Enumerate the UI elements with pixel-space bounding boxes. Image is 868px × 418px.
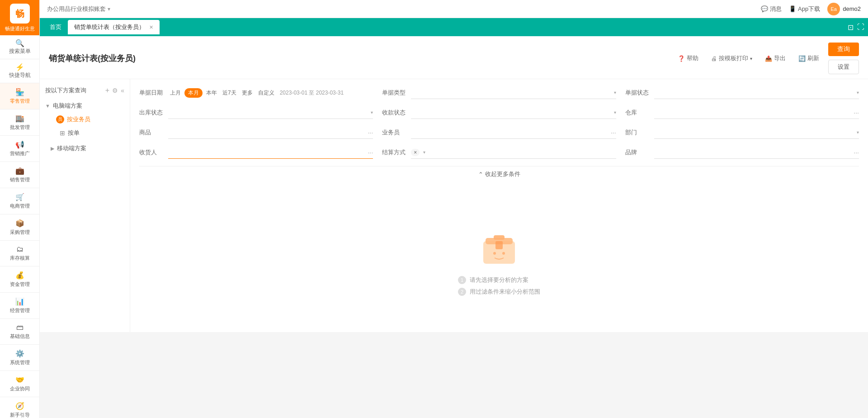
scheme-group-mobile: ▶ 移动端方案 (40, 142, 130, 155)
sidebar-item-wholesale[interactable]: 🏬 批发管理 (0, 109, 39, 136)
tab-home[interactable]: 首页 (43, 20, 68, 34)
tab-sales-stat[interactable]: 销货单统计表（按业务员） ✕ (68, 20, 160, 34)
username: demo2 (843, 5, 861, 12)
sidebar-item-sales[interactable]: 💼 销售管理 (0, 162, 39, 188)
wholesale-icon: 🏬 (15, 114, 24, 123)
scheme-doc-label: 按单 (68, 129, 80, 137)
date-opt-custom[interactable]: 自定义 (256, 88, 276, 98)
doc-status-control[interactable]: ▾ (654, 86, 859, 99)
stock-status-control[interactable]: ▾ (168, 106, 373, 119)
ecom-label: 电商管理 (10, 203, 30, 209)
empty-hint-1: 1 请先选择要分析的方案 (458, 276, 540, 284)
basic-label: 基础信息 (10, 333, 30, 340)
system-label: 系统管理 (10, 359, 30, 366)
goods-ellipsis-icon[interactable]: ··· (368, 129, 373, 136)
sidebar-item-newuser[interactable]: 🧭 新手引导 (0, 397, 39, 418)
date-opt-thismonth[interactable]: 本月 (184, 88, 203, 98)
settlement-control[interactable]: × ▾ (411, 146, 616, 159)
date-opt-7days[interactable]: 近7天 (221, 88, 238, 98)
settlement-clear-tag[interactable]: × (411, 149, 420, 156)
warehouse-control[interactable]: ··· (654, 106, 859, 119)
sales-label: 销售管理 (10, 176, 30, 183)
department-control[interactable]: ▾ (654, 126, 859, 139)
filter-department: 部门 ▾ (625, 126, 859, 139)
sidebar-item-finance[interactable]: 💰 资金管理 (0, 266, 39, 293)
date-opt-lastmonth[interactable]: 上月 (168, 88, 183, 98)
settings-scheme-icon[interactable]: ⚙ (112, 87, 118, 94)
scheme-group-mobile-title[interactable]: ▶ 移动端方案 (40, 142, 130, 155)
marketing-icon: 📢 (15, 140, 24, 149)
collapse-bar[interactable]: ⌃ 收起更多条件 (139, 166, 859, 182)
sidebar-item-ops[interactable]: 📊 经营管理 (0, 293, 39, 319)
empty-icon-area (476, 225, 522, 271)
doc-type-dropdown-icon: ▾ (614, 90, 616, 95)
tab-close-icon[interactable]: ✕ (149, 24, 153, 30)
hint-2-num: 2 (458, 288, 466, 296)
warehouse-ellipsis-icon[interactable]: ··· (854, 109, 859, 116)
doc-status-label: 单据状态 (625, 89, 651, 97)
scheme-item-doc[interactable]: ⊞ 按单 (40, 126, 130, 140)
group-expand-icon: ▼ (45, 103, 50, 109)
filter-stock-status: 出库状态 ▾ (139, 106, 373, 119)
search-label: 搜索菜单 (3, 48, 37, 55)
sidebar-search[interactable]: 🔍 搜索菜单 (0, 35, 39, 59)
date-range-value: 2023-03-01 至 2023-03-31 (280, 89, 344, 97)
sidebar-item-system[interactable]: ⚙️ 系统管理 (0, 345, 39, 371)
brand-ellipsis-icon[interactable]: ··· (854, 149, 859, 156)
scheme-group-desktop-title[interactable]: ▼ 电脑端方案 (40, 99, 130, 113)
sidebar-quick-nav[interactable]: ⚡ 快捷导航 (0, 59, 39, 83)
date-opt-more[interactable]: 更多 (240, 88, 255, 98)
receiver-control[interactable]: ··· (168, 146, 373, 159)
user-menu[interactable]: Ea demo2 (827, 3, 861, 15)
brand-control[interactable]: ··· (654, 146, 859, 159)
app-logo[interactable]: 畅 畅捷通好生意 (0, 0, 39, 35)
warehouse-label: 仓库 (625, 109, 651, 117)
help-button[interactable]: ❓ 帮助 (674, 52, 702, 64)
receiver-label: 收货人 (139, 148, 165, 157)
refresh-icon: 🔄 (798, 55, 806, 62)
export-button[interactable]: 📤 导出 (761, 52, 789, 64)
tab-maximize-icon[interactable]: ⛶ (857, 23, 864, 32)
filter-brand: 品牌 ··· (625, 146, 859, 159)
finance-icon: 💰 (15, 271, 24, 280)
app-download-action[interactable]: 📱 App下载 (789, 5, 820, 13)
refresh-button[interactable]: 🔄 刷新 (795, 52, 823, 64)
salesperson-control[interactable]: ··· (411, 126, 616, 139)
group-desktop-label: 电脑端方案 (53, 102, 82, 110)
tab-minimize-icon[interactable]: ⊡ (848, 23, 854, 32)
message-action[interactable]: 💬 消息 (761, 5, 782, 13)
doc-type-control[interactable]: ▾ (411, 86, 616, 99)
sidebar-nav: 🏪 零售管理 🏬 批发管理 📢 营销推广 💼 销售管理 🛒 电商管理 📦 采购管… (0, 83, 39, 418)
left-panel: 按以下方案查询 + ⚙ « ▼ 电脑端方案 员 (40, 79, 130, 332)
sidebar-item-ecom[interactable]: 🛒 电商管理 (0, 188, 39, 214)
receiver-ellipsis-icon[interactable]: ··· (368, 149, 373, 156)
app-download-label: App下载 (798, 5, 820, 13)
scheme-item-salesperson[interactable]: 员 按业务员 (42, 113, 128, 126)
left-panel-header: 按以下方案查询 + ⚙ « (40, 84, 130, 97)
breadcrumb-dropdown-icon[interactable]: ▾ (108, 6, 110, 12)
sidebar-item-retail[interactable]: 🏪 零售管理 (0, 83, 39, 109)
salesperson-ellipsis-icon[interactable]: ··· (611, 129, 616, 136)
print-icon: 🖨 (711, 55, 717, 62)
payment-status-control[interactable]: ▾ (411, 106, 616, 119)
goods-control[interactable]: ··· (168, 126, 373, 139)
sidebar-item-enterprise[interactable]: 🤝 企业协同 (0, 371, 39, 397)
logo-icon: 畅 (10, 4, 30, 24)
add-scheme-icon[interactable]: + (105, 86, 109, 95)
sidebar-item-marketing[interactable]: 📢 营销推广 (0, 136, 39, 162)
sidebar-item-inventory[interactable]: 🗂 库存核算 (0, 241, 39, 266)
filter-doc-status: 单据状态 ▾ (625, 86, 859, 99)
finance-label: 资金管理 (10, 281, 30, 288)
filter-date: 单据日期 上月 本月 本年 近7天 更多 自定义 2023-03-01 至 20… (139, 88, 373, 98)
help-icon: ❓ (678, 55, 685, 62)
app-download-icon: 📱 (789, 5, 796, 12)
collapse-panel-icon[interactable]: « (121, 87, 124, 94)
query-button[interactable]: 查询 (828, 43, 859, 56)
settings-button[interactable]: 设置 (828, 60, 859, 74)
doc-status-dropdown-icon: ▾ (857, 90, 859, 95)
print-button[interactable]: 🖨 按模板打印 ▾ (708, 52, 756, 64)
sidebar-item-purchase[interactable]: 📦 采购管理 (0, 214, 39, 241)
date-opt-thisyear[interactable]: 本年 (204, 88, 219, 98)
sidebar-item-basic[interactable]: 🗃 基础信息 (0, 319, 39, 345)
breadcrumb-text: 办公用品行业模拟账套 (47, 5, 106, 13)
